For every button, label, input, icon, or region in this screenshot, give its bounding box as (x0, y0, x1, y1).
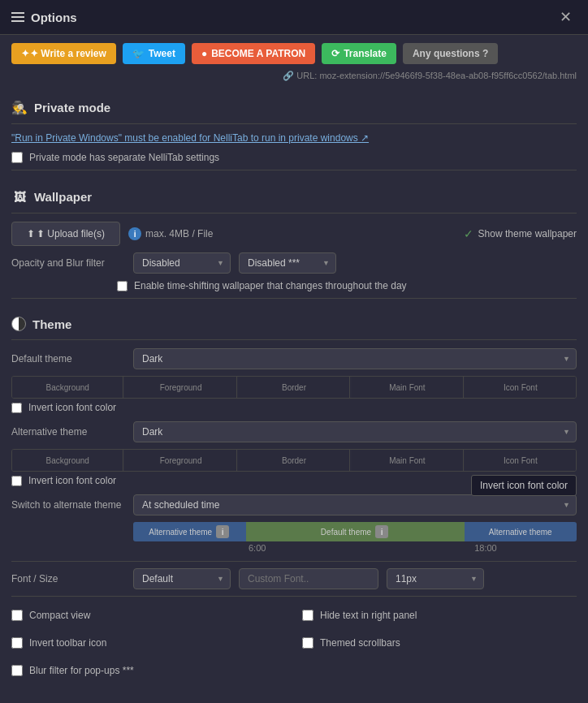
upload-icon: ⬆ (27, 228, 35, 239)
custom-font-input[interactable] (239, 568, 378, 589)
opacity-select-wrapper: Disabled 10% 20% 50% (133, 252, 231, 274)
swatch-background-default[interactable]: Background (12, 377, 123, 398)
switch-theme-row: Switch to alternate theme At scheduled t… (11, 494, 577, 515)
opacity-select[interactable]: Disabled 10% 20% 50% (133, 252, 231, 274)
wallpaper-section-header: 🖼 Wallpaper (11, 177, 577, 213)
schedule-bar: Alternative theme i Default theme i Alte… (133, 522, 577, 541)
opacity-label: Opacity and Blur filter (11, 257, 125, 269)
default-theme-select-wrapper: Dark Light Custom (133, 348, 577, 369)
opacity-row: Opacity and Blur filter Disabled 10% 20%… (11, 252, 577, 274)
translate-icon: ⟳ (331, 48, 339, 59)
private-mode-section-header: 🕵 Private mode (11, 88, 577, 124)
invert-toolbar-checkbox[interactable] (11, 637, 23, 649)
tweet-button[interactable]: 🐦 Tweet (123, 43, 185, 64)
write-review-button[interactable]: ✦ ✦ Write a review (11, 43, 116, 64)
private-mode-link[interactable]: "Run in Private Windows" must be enabled… (11, 132, 577, 144)
font-size-section-label: Font / Size (11, 573, 125, 584)
theme-section-header: Theme (11, 305, 577, 340)
wallpaper-icon: 🖼 (11, 188, 28, 205)
main-content: 🕵 Private mode "Run in Private Windows" … (0, 88, 588, 697)
swatch-foreground-default[interactable]: Foreground (125, 377, 236, 398)
max-size-info: i max. 4MB / File (128, 227, 213, 240)
titlebar-left: Options (11, 11, 77, 24)
blur-popups-checkbox[interactable] (11, 665, 23, 676)
timeshifting-checkbox[interactable] (117, 281, 128, 291)
alt-theme-row: Alternative theme Dark Light Custom (11, 421, 577, 442)
default-invert-row: Invert icon font color (11, 402, 577, 413)
star-icon: ✦ (21, 48, 29, 59)
hamburger-icon (11, 12, 24, 22)
schedule-default-label: Default theme (321, 528, 371, 537)
schedule-alt2-label: Alternative theme (489, 528, 552, 537)
font-select[interactable]: Default Arial Roboto (133, 568, 231, 589)
blur-select[interactable]: Disabled *** 2px 4px 8px (239, 252, 336, 274)
alt-invert-label: Invert icon font color (28, 475, 116, 486)
font-select-wrapper: Default Arial Roboto (133, 568, 231, 589)
upload-files-button[interactable]: ⬆ ⬆ Upload file(s) (11, 222, 120, 246)
window-title: Options (31, 11, 77, 24)
swatch-background-alt[interactable]: Background (12, 450, 123, 471)
default-theme-swatches: Background Foreground Border Main Font I… (11, 376, 577, 399)
url-bar: 🔗 URL: moz-extension://5e9466f9-5f38-48e… (0, 69, 588, 88)
twitter-icon: 🐦 (132, 48, 145, 59)
alt-invert-checkbox[interactable] (11, 476, 22, 486)
swatch-mainfont-alt[interactable]: Main Font (352, 450, 463, 471)
default-invert-label: Invert icon font color (28, 402, 116, 413)
schedule-bar-container: Alternative theme i Default theme i Alte… (133, 522, 577, 554)
swatch-mainfont-default[interactable]: Main Font (352, 377, 463, 398)
any-questions-button[interactable]: Any questions ? (403, 43, 498, 64)
compact-view-label: Compact view (29, 610, 90, 621)
compact-view-checkbox[interactable] (11, 610, 23, 621)
schedule-marker2: i (375, 525, 388, 538)
titlebar: Options ✕ (0, 0, 588, 35)
font-size-row: Font / Size Default Arial Roboto 9px 10p… (11, 568, 577, 589)
alt-theme-label: Alternative theme (11, 426, 125, 438)
timeshifting-row: Enable time-shifting wallpaper that chan… (117, 280, 577, 291)
schedule-marker1: i (216, 525, 229, 538)
default-invert-checkbox[interactable] (11, 403, 22, 413)
url-link[interactable]: moz-extension://5e9466f9-5f38-48ea-ab08-… (319, 71, 577, 80)
switch-theme-select-wrapper: At scheduled time Never Always (133, 494, 577, 515)
swatch-border-alt[interactable]: Border (239, 450, 350, 471)
blur-popups-row: Blur filter for pop-ups *** (11, 665, 286, 676)
switch-theme-label: Switch to alternate theme (11, 499, 125, 511)
timeshifting-label: Enable time-shifting wallpaper that chan… (134, 280, 407, 291)
schedule-seg-alt2: Alternative theme (465, 522, 577, 541)
alt-theme-select[interactable]: Dark Light Custom (133, 421, 577, 442)
private-mode-checkbox-label: Private mode has separate NelliTab setti… (29, 152, 219, 163)
swatch-iconfont-alt[interactable]: Icon Font (465, 450, 576, 471)
switch-theme-select[interactable]: At scheduled time Never Always (133, 494, 577, 515)
theme-icon (11, 317, 26, 331)
info-icon: i (128, 227, 141, 240)
options-grid: Compact view Hide text in right panel In… (11, 605, 577, 681)
schedule-time1: 6:00 (249, 543, 266, 553)
invert-toolbar-row: Invert toolbar icon (11, 637, 286, 649)
hide-text-checkbox[interactable] (302, 610, 313, 621)
swatch-foreground-alt[interactable]: Foreground (125, 450, 236, 471)
alt-theme-swatches: Background Foreground Border Main Font I… (11, 449, 577, 472)
show-wallpaper-row: ✓ Show theme wallpaper (464, 227, 577, 240)
compact-view-row: Compact view (11, 610, 286, 621)
default-theme-select[interactable]: Dark Light Custom (133, 348, 577, 369)
swatch-iconfont-default[interactable]: Icon Font (465, 377, 576, 398)
hide-text-label: Hide text in right panel (320, 610, 417, 621)
default-theme-row: Default theme Dark Light Custom (11, 348, 577, 369)
become-patron-button[interactable]: ● BECOME A PATRON (192, 43, 315, 64)
action-bar: ✦ ✦ Write a review 🐦 Tweet ● BECOME A PA… (0, 35, 588, 69)
close-button[interactable]: ✕ (555, 6, 577, 28)
wallpaper-controls: ⬆ ⬆ Upload file(s) i max. 4MB / File ✓ S… (11, 222, 577, 246)
private-mode-checkbox[interactable] (11, 152, 23, 163)
schedule-seg-default: Default theme i (246, 522, 465, 541)
size-select[interactable]: 9px 10px 11px 12px 13px 14px (387, 568, 484, 589)
wallpaper-title: Wallpaper (34, 190, 92, 204)
hide-text-row: Hide text in right panel (302, 610, 577, 621)
swatch-border-default[interactable]: Border (239, 377, 350, 398)
tooltip-invert-icon: Invert icon font color (471, 475, 577, 496)
themed-scrollbars-row: Themed scrollbars (302, 637, 577, 649)
theme-title: Theme (32, 317, 71, 331)
schedule-labels: 6:00 18:00 (133, 541, 577, 554)
themed-scrollbars-checkbox[interactable] (302, 637, 313, 649)
patron-icon: ● (201, 48, 207, 59)
translate-button[interactable]: ⟳ Translate (322, 43, 396, 64)
private-mode-title: Private mode (34, 101, 110, 114)
